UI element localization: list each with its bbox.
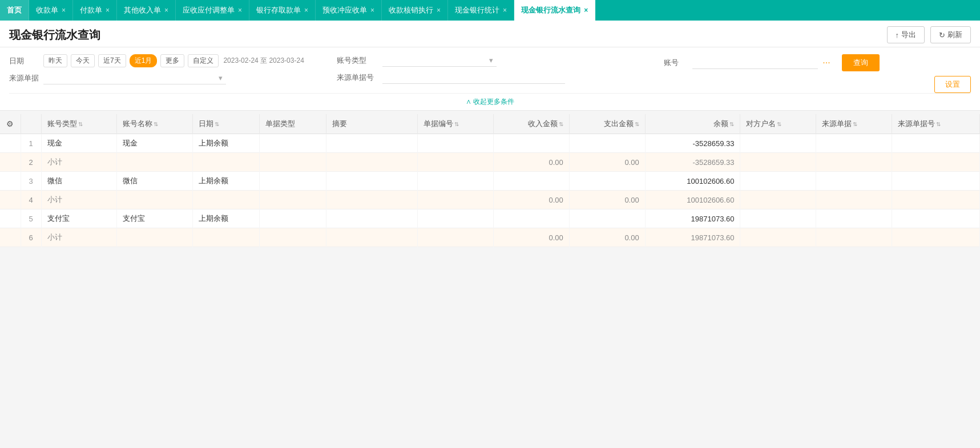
col-account-name[interactable]: 账号名称⇅: [117, 114, 193, 134]
nav-receipt[interactable]: 收款单 ×: [29, 0, 73, 21]
row-account-name-cell: [117, 191, 193, 209]
row-date-cell: [193, 191, 260, 209]
query-button[interactable]: 查询: [842, 54, 880, 71]
row-doc-type-cell: [260, 191, 326, 209]
nav-home[interactable]: 首页: [0, 0, 29, 21]
account-input[interactable]: [692, 56, 818, 69]
collapse-icon: ∧: [466, 98, 471, 106]
col-doc-num[interactable]: 单据编号⇅: [418, 114, 494, 134]
row-source-doc-cell: [816, 153, 892, 172]
row-summary-cell: [326, 209, 417, 228]
row-summary-cell: [326, 172, 417, 191]
date-btn-today[interactable]: 今天: [71, 54, 95, 67]
row-source-doc-cell: [816, 191, 892, 209]
col-income[interactable]: 收入金额⇅: [493, 114, 569, 134]
row-summary-cell: [326, 134, 417, 153]
account-label: 账号: [664, 58, 692, 68]
row-account-name-cell: [117, 153, 193, 172]
nav-close-other-income[interactable]: ×: [164, 6, 168, 14]
row-account-type-cell: 小计: [41, 228, 117, 247]
col-date[interactable]: 日期⇅: [193, 114, 260, 134]
row-gear-cell: [0, 209, 21, 228]
nav-close-prepayment[interactable]: ×: [370, 6, 374, 14]
col-summary: 摘要: [326, 114, 417, 134]
row-account-type-cell: 微信: [41, 172, 117, 191]
row-account-name-cell: [117, 228, 193, 247]
export-button[interactable]: ↑ 导出: [887, 26, 925, 43]
row-source-doc-cell: [816, 172, 892, 191]
row-expense-cell: 0.00: [569, 153, 645, 172]
row-account-name-cell: 现金: [117, 134, 193, 153]
row-doc-num-cell: [418, 134, 494, 153]
page-title: 现金银行流水查询: [9, 27, 100, 43]
row-counterparty-cell: [740, 153, 816, 172]
row-gear-cell: [0, 153, 21, 172]
col-expense[interactable]: 支出金额⇅: [569, 114, 645, 134]
row-source-doc-cell: [816, 228, 892, 247]
refresh-icon: ↻: [939, 31, 945, 39]
refresh-button[interactable]: ↻ 刷新: [930, 26, 971, 43]
row-doc-num-cell: [418, 209, 494, 228]
nav-close-bank[interactable]: ×: [304, 6, 308, 14]
nav-payment[interactable]: 付款单 ×: [73, 0, 117, 21]
nav-bank-deposit[interactable]: 银行存取款单 ×: [249, 0, 316, 21]
nav-close-receipt[interactable]: ×: [62, 6, 66, 14]
row-date-cell: 上期余额: [193, 172, 260, 191]
row-counterparty-cell: [740, 172, 816, 191]
row-balance-cell: 100102606.60: [645, 191, 740, 209]
row-source-doc-num-cell: [892, 209, 980, 228]
nav-cash-flow[interactable]: 现金银行流水查询 ×: [514, 0, 595, 21]
nav-close-ar-ap[interactable]: ×: [238, 6, 242, 14]
source-doc-num-label: 来源单据号: [337, 72, 382, 83]
date-range: 2023-02-24 至 2023-03-24: [223, 56, 304, 66]
row-income-cell: [493, 134, 569, 153]
date-btn-yesterday[interactable]: 昨天: [43, 54, 67, 67]
col-gear[interactable]: ⚙: [0, 114, 21, 134]
gear-icon[interactable]: ⚙: [6, 119, 14, 128]
row-account-type-cell: 小计: [41, 191, 117, 209]
row-account-name-cell: 微信: [117, 172, 193, 191]
date-btn-custom[interactable]: 自定义: [188, 54, 219, 67]
nav-other-income[interactable]: 其他收入单 ×: [117, 0, 176, 21]
nav-close-verification[interactable]: ×: [437, 6, 441, 14]
row-source-doc-num-cell: [892, 134, 980, 153]
table-row: 3微信微信上期余额100102606.60: [0, 172, 980, 191]
collapse-bar[interactable]: ∧ 收起更多条件: [9, 93, 971, 110]
row-balance-cell: 19871073.60: [645, 209, 740, 228]
row-expense-cell: [569, 172, 645, 191]
nav-close-cash-stats[interactable]: ×: [503, 6, 507, 14]
nav-cash-stats[interactable]: 现金银行统计 ×: [448, 0, 514, 21]
row-balance-cell: -3528659.33: [645, 153, 740, 172]
table-row: 2小计0.000.00-3528659.33: [0, 153, 980, 172]
source-doc-num-input[interactable]: [382, 71, 565, 84]
col-source-doc-num[interactable]: 来源单据号⇅: [892, 114, 980, 134]
row-num-cell: 3: [21, 172, 41, 191]
settings-button[interactable]: 设置: [934, 76, 971, 93]
col-source-doc[interactable]: 来源单据⇅: [816, 114, 892, 134]
nav-ar-ap-adjust[interactable]: 应收应付调整单 ×: [176, 0, 249, 21]
filter-section: 日期 昨天 今天 近7天 近1月 更多 自定义 2023-02-24 至 202…: [0, 47, 980, 111]
row-account-type-cell: 小计: [41, 153, 117, 172]
col-balance[interactable]: 余额⇅: [645, 114, 740, 134]
account-type-label: 账号类型: [337, 55, 382, 66]
row-doc-type-cell: [260, 172, 326, 191]
nav-prepayment[interactable]: 预收冲应收单 ×: [316, 0, 382, 21]
row-expense-cell: 0.00: [569, 228, 645, 247]
col-doc-type: 单据类型: [260, 114, 326, 134]
row-doc-num-cell: [418, 191, 494, 209]
row-balance-cell: -3528659.33: [645, 134, 740, 153]
ellipsis-button[interactable]: ···: [822, 58, 830, 68]
account-type-select[interactable]: ▾: [382, 54, 497, 67]
row-num-cell: 5: [21, 209, 41, 228]
nav-verification[interactable]: 收款核销执行 ×: [382, 0, 448, 21]
col-counterparty[interactable]: 对方户名⇅: [740, 114, 816, 134]
date-btn-7days[interactable]: 近7天: [98, 54, 126, 67]
col-account-type[interactable]: 账号类型⇅: [41, 114, 117, 134]
date-btn-1month[interactable]: 近1月: [130, 54, 158, 67]
source-doc-select[interactable]: ▾: [43, 72, 226, 84]
nav-close-payment[interactable]: ×: [106, 6, 110, 14]
nav-close-cash-flow[interactable]: ×: [584, 6, 588, 14]
data-table: ⚙ 账号类型⇅ 账号名称⇅ 日期⇅ 单据类型 摘要: [0, 114, 980, 247]
date-btn-more[interactable]: 更多: [160, 54, 184, 67]
row-expense-cell: 0.00: [569, 191, 645, 209]
